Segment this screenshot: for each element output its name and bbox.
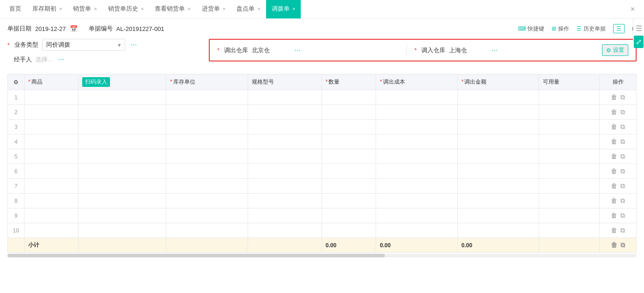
quantity-cell[interactable] bbox=[322, 120, 376, 134]
cost-cell[interactable] bbox=[376, 179, 458, 194]
close-stocktake[interactable]: × bbox=[257, 6, 260, 12]
copy-icon[interactable]: ⧉ bbox=[620, 138, 625, 145]
product-cell[interactable] bbox=[24, 120, 79, 134]
scan-button[interactable]: 扫码录入 bbox=[82, 77, 110, 87]
window-close-button[interactable]: × bbox=[625, 5, 640, 13]
spec-cell[interactable] bbox=[248, 179, 322, 194]
tab-home[interactable]: 首页 bbox=[4, 0, 27, 18]
spec-cell[interactable] bbox=[248, 105, 322, 120]
quantity-cell[interactable] bbox=[322, 105, 376, 120]
handler-placeholder[interactable]: 选择... bbox=[36, 55, 53, 64]
delete-icon[interactable]: 🗑 bbox=[611, 241, 617, 249]
cost-cell[interactable] bbox=[376, 134, 458, 149]
copy-icon[interactable]: ⧉ bbox=[620, 123, 625, 130]
calendar-icon[interactable]: 📅 bbox=[70, 25, 78, 32]
unit-cell[interactable] bbox=[166, 179, 248, 194]
unit-cell[interactable] bbox=[166, 105, 248, 120]
unit-cell[interactable] bbox=[166, 208, 248, 223]
cost-cell[interactable] bbox=[376, 120, 458, 134]
copy-icon[interactable]: ⧉ bbox=[620, 212, 625, 219]
delete-icon[interactable]: 🗑 bbox=[611, 182, 617, 189]
cost-cell[interactable] bbox=[376, 149, 458, 164]
cost-cell[interactable] bbox=[376, 164, 458, 179]
tab-inventory-init[interactable]: 库存期初 × bbox=[27, 0, 67, 18]
tab-transfer[interactable]: 调拨单 × bbox=[266, 0, 301, 18]
cost-cell[interactable] bbox=[376, 208, 458, 223]
tab-sales-history[interactable]: 销货单历史 × bbox=[103, 0, 149, 18]
quantity-cell[interactable] bbox=[322, 134, 376, 149]
cost-cell[interactable] bbox=[376, 90, 458, 105]
settings-button[interactable]: ⚙ 设置 bbox=[602, 44, 628, 56]
spec-cell[interactable] bbox=[248, 134, 322, 149]
close-transfer[interactable]: × bbox=[292, 6, 295, 12]
quantity-cell[interactable] bbox=[322, 90, 376, 105]
unit-cell[interactable] bbox=[166, 194, 248, 208]
product-cell[interactable] bbox=[24, 179, 79, 194]
product-cell[interactable] bbox=[24, 164, 79, 179]
delete-icon[interactable]: 🗑 bbox=[611, 123, 617, 130]
handler-more[interactable]: ··· bbox=[58, 55, 64, 64]
product-cell[interactable] bbox=[24, 90, 79, 105]
product-cell[interactable] bbox=[24, 149, 79, 164]
copy-icon[interactable]: ⧉ bbox=[620, 153, 625, 160]
sidebar-expand-icon[interactable]: ⤢ bbox=[634, 36, 644, 48]
spec-cell[interactable] bbox=[248, 90, 322, 105]
amount-cell[interactable] bbox=[457, 164, 539, 179]
transfer-out-more[interactable]: ··· bbox=[294, 46, 300, 55]
settings-col-icon[interactable]: ⚙ bbox=[13, 79, 18, 85]
copy-icon[interactable]: ⧉ bbox=[620, 241, 625, 249]
copy-icon[interactable]: ⧉ bbox=[620, 93, 625, 101]
amount-cell[interactable] bbox=[457, 194, 539, 208]
close-inventory-init[interactable]: × bbox=[59, 6, 62, 12]
spec-cell[interactable] bbox=[248, 120, 322, 134]
business-type-select[interactable]: 同价调拨 ▾ bbox=[42, 39, 125, 51]
tab-view-sales[interactable]: 查看销货单 × bbox=[149, 0, 196, 18]
close-sales-order[interactable]: × bbox=[94, 6, 97, 12]
copy-icon[interactable]: ⧉ bbox=[620, 108, 625, 116]
quantity-cell[interactable] bbox=[322, 179, 376, 194]
copy-icon[interactable]: ⧉ bbox=[620, 197, 625, 204]
amount-cell[interactable] bbox=[457, 149, 539, 164]
delete-icon[interactable]: 🗑 bbox=[611, 197, 617, 204]
unit-cell[interactable] bbox=[166, 90, 248, 105]
delete-icon[interactable]: 🗑 bbox=[611, 226, 617, 234]
quantity-cell[interactable] bbox=[322, 149, 376, 164]
transfer-in-more[interactable]: ··· bbox=[492, 46, 498, 55]
unit-cell[interactable] bbox=[166, 134, 248, 149]
business-type-more[interactable]: ··· bbox=[131, 41, 137, 49]
amount-cell[interactable] bbox=[457, 134, 539, 149]
spec-cell[interactable] bbox=[248, 208, 322, 223]
close-sales-history[interactable]: × bbox=[141, 6, 144, 12]
cost-cell[interactable] bbox=[376, 105, 458, 120]
history-button[interactable]: ☰ 历史单据 bbox=[577, 25, 606, 33]
unit-cell[interactable] bbox=[166, 223, 248, 238]
amount-cell[interactable] bbox=[457, 105, 539, 120]
quantity-cell[interactable] bbox=[322, 223, 376, 238]
close-purchase[interactable]: × bbox=[223, 6, 225, 12]
amount-cell[interactable] bbox=[457, 90, 539, 105]
tab-stocktake[interactable]: 盘点单 × bbox=[231, 0, 266, 18]
delete-icon[interactable]: 🗑 bbox=[611, 108, 617, 116]
cost-cell[interactable] bbox=[376, 223, 458, 238]
sidebar-list-icon[interactable]: ☰ bbox=[634, 22, 644, 35]
spec-cell[interactable] bbox=[248, 164, 322, 179]
tab-sales-order[interactable]: 销货单 × bbox=[67, 0, 102, 18]
delete-icon[interactable]: 🗑 bbox=[611, 167, 617, 175]
copy-icon[interactable]: ⧉ bbox=[620, 182, 625, 189]
quantity-cell[interactable] bbox=[322, 194, 376, 208]
spec-cell[interactable] bbox=[248, 194, 322, 208]
copy-icon[interactable]: ⧉ bbox=[620, 226, 625, 234]
operations-button[interactable]: ⊞ 操作 bbox=[552, 25, 569, 33]
delete-icon[interactable]: 🗑 bbox=[611, 138, 617, 145]
close-view-sales[interactable]: × bbox=[188, 6, 190, 12]
product-cell[interactable] bbox=[24, 194, 79, 208]
delete-icon[interactable]: 🗑 bbox=[611, 93, 617, 101]
product-cell[interactable] bbox=[24, 134, 79, 149]
amount-cell[interactable] bbox=[457, 179, 539, 194]
product-cell[interactable] bbox=[24, 208, 79, 223]
unit-cell[interactable] bbox=[166, 164, 248, 179]
quantity-cell[interactable] bbox=[322, 164, 376, 179]
horizontal-scrollbar[interactable] bbox=[7, 254, 637, 257]
product-cell[interactable] bbox=[24, 223, 79, 238]
unit-cell[interactable] bbox=[166, 120, 248, 134]
